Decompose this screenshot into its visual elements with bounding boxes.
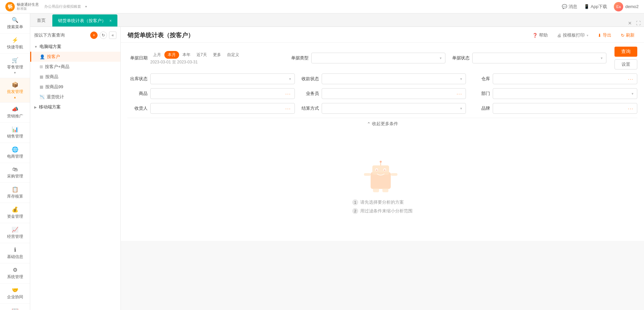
sidebar-item-inventory[interactable]: 📋 库存核算 — [0, 183, 30, 203]
tree-child-by-customer-product[interactable]: ⊞ 按客户+商品 — [30, 62, 120, 72]
product-label: 商品 — [127, 91, 148, 97]
mobile-section: ▶ 移动端方案 — [30, 102, 120, 112]
product-dots[interactable]: ··· — [285, 91, 291, 96]
window-maximize-icon[interactable]: ⛶ — [635, 20, 641, 27]
desktop-label: 电脑端方案 — [40, 44, 61, 50]
sidebar-item-quick-nav[interactable]: ⚡ 快捷导航 — [0, 34, 30, 54]
sidebar-item-marketing[interactable]: 📣 营销推广 — [0, 103, 30, 123]
product-filter: 商品 ··· — [127, 88, 295, 99]
page-header: 销货单统计表（按客户） ❓ 帮助 🖨 按模板打印 ▾ — [121, 27, 644, 43]
tree-child-return-stats[interactable]: 📉 退货统计 — [30, 92, 120, 102]
sidebar-item-finance[interactable]: 💰 资金管理 — [0, 203, 30, 223]
by-product-99-label: 按商品99 — [45, 84, 63, 90]
query-settings-area: 查询 设置 — [610, 47, 637, 69]
date-btn-7days[interactable]: 近7天 — [194, 51, 210, 59]
salesperson-dots[interactable]: ··· — [457, 91, 462, 96]
header-right: 💬 消息 📱 App下载 Ea demo2 — [562, 2, 639, 11]
tree-child-by-customer[interactable]: 👤 按客户 — [30, 52, 120, 62]
sidebar-item-purchase[interactable]: 🛍 采购管理 — [0, 163, 30, 183]
warehouse-dots[interactable]: ··· — [628, 76, 634, 82]
tab-active[interactable]: 销货单统计表（按客户） × — [52, 14, 117, 27]
sidebar-item-system[interactable]: ⚙ 系统管理 — [0, 263, 30, 283]
receiver-dots[interactable]: ··· — [285, 106, 291, 111]
product-select[interactable]: ··· — [150, 88, 295, 99]
receiver-select[interactable]: ··· — [150, 103, 295, 114]
svg-rect-9 — [391, 173, 397, 176]
refresh-btn[interactable]: ↻ 刷新 — [618, 31, 637, 40]
order-date-filter: 单据日期 上月 本月 本年 近7天 更多 自定义 — [127, 51, 284, 65]
filter-row-4: 收货人 ··· 结算方式 ▾ — [127, 103, 637, 114]
panel-collapse-btn[interactable]: « — [109, 32, 116, 39]
tab-home[interactable]: 首页 — [32, 14, 51, 27]
help-btn[interactable]: ❓ 帮助 — [530, 31, 550, 40]
logo-text: 畅捷通好生意 标准版 — [17, 2, 39, 11]
tree-child-by-product-99[interactable]: ▦ 按商品99 — [30, 82, 120, 92]
sales-icon: 📊 — [12, 126, 18, 133]
sidebar: 🔍 搜索菜单 ⚡ 快捷导航 🛒 零售管理 ▼ 📦 批发管理 ▲ 📣 营销推广 📊… — [0, 13, 30, 310]
salesperson-select[interactable]: ··· — [322, 88, 466, 99]
user-profile[interactable]: Ea demo2 — [614, 2, 639, 11]
sidebar-item-ecommerce[interactable]: 🌐 电商管理 — [0, 143, 30, 163]
app-download-action[interactable]: 📱 App下载 — [584, 4, 607, 10]
order-status-arrow: ▾ — [601, 56, 603, 60]
window-close-icon[interactable]: ✕ — [627, 20, 633, 27]
by-customer-icon: 👤 — [40, 54, 45, 59]
sidebar-item-retail[interactable]: 🛒 零售管理 ▼ — [0, 54, 30, 78]
tree-parent-desktop[interactable]: ▼ 电脑端方案 — [30, 42, 120, 52]
marketing-icon: 📣 — [12, 106, 18, 112]
date-btn-custom[interactable]: 自定义 — [224, 51, 242, 59]
date-btn-more[interactable]: 更多 — [210, 51, 224, 59]
tree-parent-mobile[interactable]: ▶ 移动端方案 — [30, 102, 120, 112]
hint-1: 1 请先选择要分析的方案 — [352, 199, 404, 205]
sidebar-item-search-menu[interactable]: 🔍 搜索菜单 — [0, 13, 30, 34]
order-type-select[interactable]: ▾ — [311, 53, 445, 63]
tab-close-icon[interactable]: × — [109, 18, 112, 23]
sidebar-item-operation[interactable]: 📈 经营管理 — [0, 223, 30, 243]
warehouse-select[interactable]: ··· — [493, 73, 637, 84]
date-btn-this-year[interactable]: 本年 — [180, 51, 193, 59]
sidebar-item-cooperation[interactable]: 🤝 企业协同 — [0, 283, 30, 304]
date-btn-last-month[interactable]: 上月 — [150, 51, 164, 59]
payment-select[interactable]: ▾ — [322, 103, 466, 114]
finance-icon: 💰 — [12, 206, 18, 213]
brand-dots[interactable]: ··· — [628, 106, 634, 111]
query-button[interactable]: 查询 — [614, 47, 637, 57]
salesperson-label: 业务员 — [299, 91, 319, 97]
workspace-dropdown-icon[interactable]: ▾ — [85, 5, 87, 8]
date-btn-this-month[interactable]: 本月 — [164, 51, 179, 59]
tree-child-by-product[interactable]: ▦ 按商品 — [30, 72, 120, 82]
system-icon: ⚙ — [13, 267, 17, 273]
collapse-more-btn[interactable]: ⌃ 收起更多条件 — [127, 118, 637, 130]
tree-arrow-mobile: ▶ — [34, 105, 37, 109]
by-customer-product-icon: ⊞ — [40, 64, 43, 69]
print-btn[interactable]: 🖨 按模板打印 ▾ — [554, 31, 591, 40]
sidebar-item-sales[interactable]: 📊 销售管理 — [0, 123, 30, 143]
sidebar-item-wholesale[interactable]: 📦 批发管理 ▲ — [0, 78, 30, 103]
department-arrow: ▾ — [632, 92, 634, 96]
brand-select[interactable]: ··· — [493, 103, 637, 114]
out-status-arrow: ▾ — [289, 77, 291, 81]
brand-filter: 品牌 ··· — [470, 103, 637, 114]
mobile-label: 移动端方案 — [39, 104, 61, 110]
sidebar-item-newbie[interactable]: 📖 新手引导 — [0, 304, 30, 310]
message-action[interactable]: 💬 消息 — [562, 4, 577, 10]
panel-add-btn[interactable]: + — [90, 32, 98, 39]
settings-button[interactable]: 设置 — [614, 59, 637, 69]
print-arrow: ▾ — [587, 34, 588, 37]
panel-refresh-btn[interactable]: ↻ — [100, 32, 107, 39]
payment-filter: 结算方式 ▾ — [299, 103, 466, 114]
collapse-up-icon: ⌃ — [367, 121, 371, 126]
right-inner: 销货单统计表（按客户） ❓ 帮助 🖨 按模板打印 ▾ — [121, 27, 644, 241]
sidebar-item-basic[interactable]: ℹ 基础信息 — [0, 243, 30, 263]
order-status-select[interactable]: ▾ — [472, 53, 606, 63]
by-product-99-icon: ▦ — [40, 85, 43, 89]
content-area: 首页 销货单统计表（按客户） × ✕ ⛶ 按以下方案查询 + — [30, 13, 644, 310]
department-select[interactable]: ▾ — [493, 88, 637, 99]
order-status-label: 单据状态 — [449, 55, 470, 61]
export-btn[interactable]: ⬇ 导出 — [595, 31, 614, 40]
collect-status-select[interactable]: ▾ — [322, 73, 466, 84]
page-title: 销货单统计表（按客户） — [127, 31, 194, 39]
out-status-select[interactable]: ▾ — [150, 73, 295, 84]
download-icon: 📱 — [584, 4, 589, 9]
filter-row-2: 出库状态 ▾ 收款状态 ▾ — [127, 73, 637, 84]
